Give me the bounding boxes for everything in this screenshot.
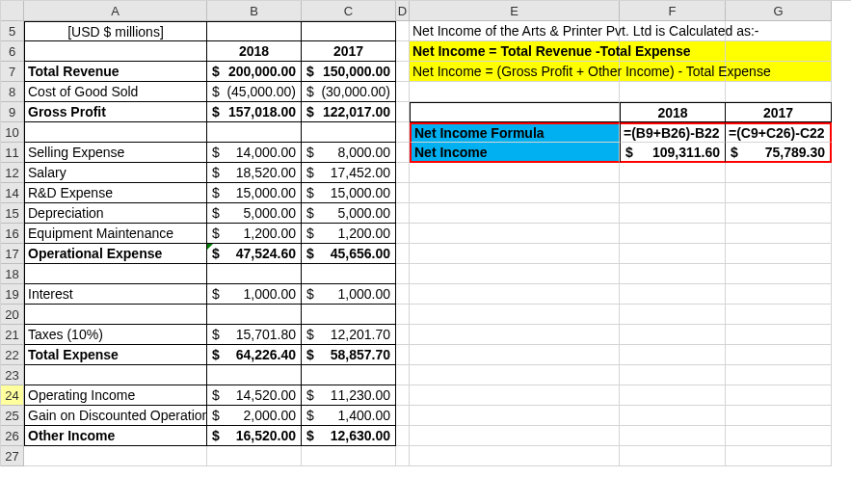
cell-A19[interactable]: Interest	[24, 284, 207, 305]
cell-E18[interactable]	[410, 264, 620, 284]
cell-F26[interactable]	[620, 426, 726, 446]
row-header-8[interactable]: 8	[1, 82, 24, 102]
cell-D24[interactable]	[396, 385, 410, 406]
cell-D16[interactable]	[396, 224, 410, 244]
row-header-5[interactable]: 5	[1, 21, 24, 41]
cell-A23[interactable]	[24, 365, 207, 385]
cell-G6[interactable]	[726, 41, 832, 62]
cell-B20[interactable]	[207, 305, 302, 325]
cell-C24[interactable]: $11,230.00	[302, 385, 396, 406]
cell-C8[interactable]: $(30,000.00)	[302, 82, 396, 102]
cell-B22[interactable]: $64,226.40	[207, 345, 302, 365]
cell-B10[interactable]	[207, 122, 302, 143]
cell-B14[interactable]: $15,000.00	[207, 183, 302, 203]
cell-C16[interactable]: $1,200.00	[302, 224, 396, 244]
cell-E27[interactable]	[410, 446, 620, 466]
cell-C9[interactable]: $122,017.00	[302, 102, 396, 122]
cell-F8[interactable]	[620, 82, 726, 102]
cell-A12[interactable]: Salary	[24, 163, 207, 183]
cell-E20[interactable]	[410, 305, 620, 325]
cell-D22[interactable]	[396, 345, 410, 365]
cell-D9[interactable]	[396, 102, 410, 122]
cell-A10[interactable]	[24, 122, 207, 143]
cell-D19[interactable]	[396, 284, 410, 305]
cell-G24[interactable]	[726, 385, 832, 406]
row-header-10[interactable]: 10	[1, 122, 24, 143]
row-header-14[interactable]: 14	[1, 183, 24, 203]
cell-F16[interactable]	[620, 224, 726, 244]
cell-C7[interactable]: $150,000.00	[302, 62, 396, 82]
cell-E22[interactable]	[410, 345, 620, 365]
cell-B27[interactable]	[207, 446, 302, 466]
cell-D17[interactable]	[396, 244, 410, 264]
row-header-25[interactable]: 25	[1, 406, 24, 426]
cell-E16[interactable]	[410, 224, 620, 244]
row-header-21[interactable]: 21	[1, 325, 24, 345]
cell-A25[interactable]: Gain on Discounted Operation	[24, 406, 207, 426]
cell-D27[interactable]	[396, 446, 410, 466]
cell-G27[interactable]	[726, 446, 832, 466]
col-header-A[interactable]: A	[24, 1, 207, 21]
cell-A9[interactable]: Gross Profit	[24, 102, 207, 122]
row-header-26[interactable]: 26	[1, 426, 24, 446]
cell-E7[interactable]: Net Income = (Gross Profit + Other Incom…	[410, 62, 620, 82]
cell-E23[interactable]	[410, 365, 620, 385]
cell-D26[interactable]	[396, 426, 410, 446]
row-header-22[interactable]: 22	[1, 345, 24, 365]
cell-A18[interactable]	[24, 264, 207, 284]
cell-F27[interactable]	[620, 446, 726, 466]
cell-E9[interactable]	[410, 102, 620, 122]
cell-B24[interactable]: $14,520.00	[207, 385, 302, 406]
cell-E11[interactable]: Net Income	[410, 143, 620, 163]
row-header-6[interactable]: 6	[1, 41, 24, 62]
cell-G11[interactable]: $75,789.30	[726, 143, 832, 163]
cell-B18[interactable]	[207, 264, 302, 284]
row-header-19[interactable]: 19	[1, 284, 24, 305]
spreadsheet[interactable]: A B C D E F G 5 [USD $ millions] Net Inc…	[0, 0, 851, 466]
cell-E15[interactable]	[410, 203, 620, 224]
cell-F14[interactable]	[620, 183, 726, 203]
cell-D11[interactable]	[396, 143, 410, 163]
cell-G20[interactable]	[726, 305, 832, 325]
cell-G14[interactable]	[726, 183, 832, 203]
cell-F10[interactable]: =(B9+B26)-B22	[620, 122, 726, 143]
cell-C20[interactable]	[302, 305, 396, 325]
cell-B16[interactable]: $1,200.00	[207, 224, 302, 244]
cell-G16[interactable]	[726, 224, 832, 244]
cell-E21[interactable]	[410, 325, 620, 345]
cell-C12[interactable]: $17,452.00	[302, 163, 396, 183]
col-header-E[interactable]: E	[410, 1, 620, 21]
cell-C11[interactable]: $8,000.00	[302, 143, 396, 163]
cell-G23[interactable]	[726, 365, 832, 385]
cell-C19[interactable]: $1,000.00	[302, 284, 396, 305]
cell-G9[interactable]: 2017	[726, 102, 832, 122]
cell-A20[interactable]	[24, 305, 207, 325]
cell-G26[interactable]	[726, 426, 832, 446]
cell-B21[interactable]: $15,701.80	[207, 325, 302, 345]
cell-C5[interactable]	[302, 21, 396, 41]
cell-E25[interactable]	[410, 406, 620, 426]
cell-B19[interactable]: $1,000.00	[207, 284, 302, 305]
col-header-G[interactable]: G	[726, 1, 832, 21]
row-header-20[interactable]: 20	[1, 305, 24, 325]
cell-D12[interactable]	[396, 163, 410, 183]
cell-B12[interactable]: $18,520.00	[207, 163, 302, 183]
cell-F19[interactable]	[620, 284, 726, 305]
cell-A17[interactable]: Operational Expense	[24, 244, 207, 264]
cell-C21[interactable]: $12,201.70	[302, 325, 396, 345]
cell-C22[interactable]: $58,857.70	[302, 345, 396, 365]
cell-B6[interactable]: 2018	[207, 41, 302, 62]
cell-F15[interactable]	[620, 203, 726, 224]
cell-G25[interactable]	[726, 406, 832, 426]
cell-D18[interactable]	[396, 264, 410, 284]
cell-F11[interactable]: $109,311.60	[620, 143, 726, 163]
cell-F25[interactable]	[620, 406, 726, 426]
cell-A22[interactable]: Total Expense	[24, 345, 207, 365]
cell-B7[interactable]: $200,000.00	[207, 62, 302, 82]
cell-C15[interactable]: $5,000.00	[302, 203, 396, 224]
cell-E26[interactable]	[410, 426, 620, 446]
cell-A21[interactable]: Taxes (10%)	[24, 325, 207, 345]
cell-F22[interactable]	[620, 345, 726, 365]
cell-F9[interactable]: 2018	[620, 102, 726, 122]
cell-B25[interactable]: $2,000.00	[207, 406, 302, 426]
